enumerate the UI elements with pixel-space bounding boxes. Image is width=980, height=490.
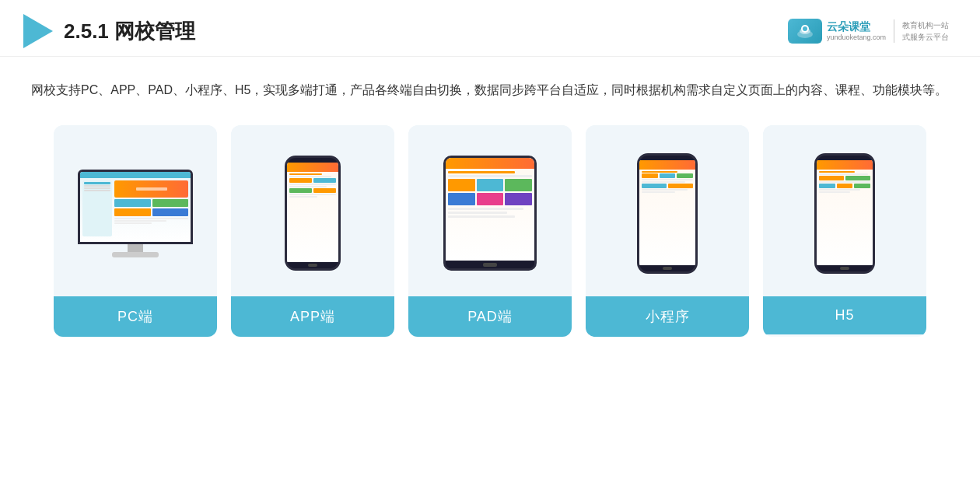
logo-triangle-icon (23, 14, 53, 48)
phone-screen (287, 163, 338, 262)
device-app-mockup (285, 156, 341, 271)
pc-base (112, 252, 159, 257)
pad-home (446, 261, 534, 268)
phone-home-h5 (817, 265, 873, 271)
device-h5-mockup (814, 153, 875, 274)
phone-notch (303, 158, 322, 163)
pad-screen (446, 158, 534, 261)
pc-stand (128, 244, 143, 252)
phone-notch-h5 (835, 156, 854, 160)
description-text: 网校支持PC、APP、PAD、小程序、H5，实现多端打通，产品各终端自由切换，数… (31, 79, 949, 102)
card-pad-label: PAD端 (408, 296, 572, 337)
header-left: 2.5.1 网校管理 (23, 14, 195, 48)
title-text: 网校管理 (114, 19, 195, 43)
brand-domain: yunduoketang.com (827, 33, 886, 42)
pc-screen (80, 172, 191, 242)
phone-screen-mini (639, 160, 695, 265)
device-cards: PC端 (31, 125, 949, 337)
card-pc-image (54, 125, 217, 296)
device-pc-mockup (78, 170, 193, 257)
brand-logo: 云朵课堂 yunduoketang.com 教育机构一站 式服务云平台 (788, 19, 949, 44)
main-content: 网校支持PC、APP、PAD、小程序、H5，实现多端打通，产品各终端自由切换，数… (0, 57, 980, 352)
card-h5: H5 (763, 125, 926, 337)
brand-divider (894, 19, 894, 43)
phone-home-mini (639, 265, 695, 271)
card-pc-label: PC端 (54, 296, 217, 337)
card-h5-image (763, 125, 926, 296)
device-pad-mockup (443, 156, 537, 271)
section-number: 2.5.1 (64, 19, 109, 43)
card-pad: PAD端 (408, 125, 572, 337)
device-miniapp-mockup (637, 153, 698, 274)
svg-point-3 (803, 26, 807, 31)
phone-notch-mini (658, 156, 677, 160)
card-app-image (231, 125, 394, 296)
card-miniapp-image (586, 125, 749, 296)
brand-name: 云朵课堂 (827, 20, 886, 33)
phone-home (287, 262, 338, 268)
card-pad-image (408, 125, 572, 296)
brand-icon (788, 19, 822, 44)
page-title: 2.5.1 网校管理 (64, 18, 195, 45)
pc-monitor (78, 170, 193, 244)
card-app-label: APP端 (231, 296, 394, 337)
brand-text: 云朵课堂 yunduoketang.com (827, 20, 886, 42)
brand-slogan: 教育机构一站 式服务云平台 (902, 19, 949, 43)
header-right: 云朵课堂 yunduoketang.com 教育机构一站 式服务云平台 (788, 19, 949, 44)
page-header: 2.5.1 网校管理 云朵课堂 yunduoketang.com 教育机构一站 … (0, 0, 980, 57)
card-pc: PC端 (54, 125, 217, 337)
card-miniapp: 小程序 (586, 125, 749, 337)
card-miniapp-label: 小程序 (586, 296, 749, 337)
card-app: APP端 (231, 125, 394, 337)
phone-screen-h5 (817, 160, 873, 265)
card-h5-label: H5 (763, 296, 926, 334)
